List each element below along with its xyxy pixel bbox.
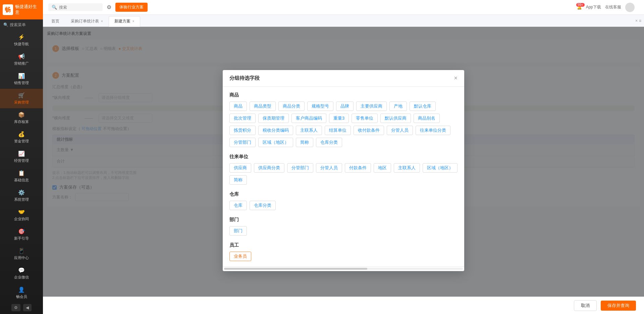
tab-close-all-btn[interactable]: × — [635, 18, 638, 23]
experience-btn[interactable]: 体验行业方案 — [115, 3, 148, 12]
sidebar-item-basics[interactable]: 📋 基础信息 — [0, 167, 43, 186]
section-department: 部门 部门 — [229, 217, 458, 236]
field-warehouse-category[interactable]: 仓库分类 — [250, 201, 276, 210]
field-weight3[interactable]: 重量3 — [329, 114, 349, 123]
field-supplier[interactable]: 供应商 — [229, 163, 251, 173]
sidebar-item-operations[interactable]: 📈 经营管理 — [0, 147, 43, 167]
field-retail-unit[interactable]: 零售单位 — [352, 114, 378, 123]
field-dept-mgmt[interactable]: 分管部门 — [229, 138, 256, 147]
field-origin[interactable]: 产地 — [389, 102, 407, 111]
save-query-button[interactable]: 保存并查询 — [601, 301, 636, 311]
field-salesperson[interactable]: 业务员 — [229, 252, 251, 261]
notification-badge[interactable]: 🔔99+ — [577, 5, 582, 10]
modal-header: 分组待选字段 × — [223, 70, 464, 87]
field-main-supplier[interactable]: 主要供应商 — [356, 102, 387, 111]
modal-close-btn[interactable]: × — [454, 75, 458, 82]
search-menu[interactable]: 🔍 搜索菜单 — [0, 19, 43, 30]
field-area[interactable]: 地区 — [374, 163, 391, 173]
online-service-link[interactable]: 在线客服 — [605, 4, 621, 10]
field-customer-code[interactable]: 客户商品编码 — [291, 114, 326, 123]
member-icon: 👤 — [18, 287, 25, 293]
field-spec-model[interactable]: 规格型号 — [307, 102, 333, 111]
sidebar-item-sales-label: 销售管理 — [14, 80, 29, 85]
user-avatar[interactable] — [625, 3, 635, 12]
sidebar-item-guide[interactable]: 🎯 新手引导 — [0, 225, 43, 244]
sidebar-nav: ⚡ 快捷导航 📢 营销推广 📊 销售管理 🛒 采购管理 📦 库存核算 💰 资金管… — [0, 30, 43, 301]
inventory-icon: 📦 — [18, 112, 25, 118]
modal-title: 分组待选字段 — [229, 75, 260, 81]
field-supervisor[interactable]: 分管人员 — [387, 126, 413, 135]
topbar-search-input[interactable] — [59, 5, 99, 10]
field-shelf-life[interactable]: 保质期管理 — [258, 114, 289, 123]
collapse-btn[interactable]: ◀ — [23, 304, 32, 311]
field-brand[interactable]: 品牌 — [336, 102, 354, 111]
field-product[interactable]: 商品 — [229, 102, 247, 111]
sidebar-item-finance[interactable]: 💰 资金管理 — [0, 128, 43, 147]
tab-new-plan[interactable]: 新建方案 × — [109, 16, 140, 27]
app-download-link[interactable]: App下载 — [586, 4, 601, 10]
field-partner-supervisor[interactable]: 分管人员 — [316, 163, 342, 173]
field-partner-region[interactable]: 区域（地区） — [423, 163, 458, 173]
field-short-name[interactable]: 简称 — [296, 138, 313, 147]
field-payment-terms[interactable]: 收付款条件 — [354, 126, 384, 135]
tab-expand-btn[interactable]: ≡ — [639, 18, 641, 23]
sidebar-item-sales[interactable]: 📊 销售管理 — [0, 69, 43, 89]
tab-purchase-stats[interactable]: 采购订单统计表 × — [65, 16, 109, 27]
sidebar-item-member-label: 畅会员 — [16, 294, 27, 299]
field-tax-code[interactable]: 税收分类编码 — [258, 126, 293, 135]
settings-bottom-btn[interactable]: ⚙ — [11, 304, 20, 311]
field-pick-points[interactable]: 拣货积分 — [229, 126, 256, 135]
topbar-search-icon: 🔍 — [52, 5, 57, 10]
tab-home[interactable]: 首页 — [46, 16, 65, 27]
topbar-right: 🔔99+ App下载 在线客服 — [577, 3, 639, 12]
tab-purchase-stats-close[interactable]: × — [101, 19, 103, 23]
guide-icon: 🎯 — [18, 228, 25, 235]
field-select-modal: 分组待选字段 × 商品 商品 商品类型 商品分类 规格型号 品牌 主要供应商 产… — [223, 70, 464, 271]
field-warehouse[interactable]: 仓库 — [229, 201, 247, 210]
sidebar-item-inventory[interactable]: 📦 库存核算 — [0, 108, 43, 128]
cancel-button[interactable]: 取消 — [574, 300, 597, 311]
field-supplier-cat[interactable]: 供应商分类 — [254, 163, 284, 173]
field-default-warehouse[interactable]: 默认仓库 — [410, 102, 436, 111]
modal-overlay: 分组待选字段 × 商品 商品 商品类型 商品分类 规格型号 品牌 主要供应商 产… — [43, 27, 644, 314]
field-batch-mgmt[interactable]: 批次管理 — [229, 114, 256, 123]
field-partner-category[interactable]: 往来单位分类 — [416, 126, 450, 135]
collab-icon: 🤝 — [18, 209, 25, 215]
field-region[interactable]: 区域（地区） — [258, 138, 293, 147]
sidebar-item-system-label: 系统管理 — [14, 197, 29, 202]
sidebar-bottom: ⚙ ◀ — [0, 301, 43, 314]
sidebar-item-member[interactable]: 👤 畅会员 — [0, 283, 43, 301]
sidebar-item-marketing[interactable]: 📢 营销推广 — [0, 50, 43, 69]
sidebar-item-collab-label: 企业协同 — [14, 216, 29, 222]
field-product-type[interactable]: 商品类型 — [250, 102, 276, 111]
topbar-search-box[interactable]: 🔍 — [48, 3, 103, 11]
field-partner-contact[interactable]: 主联系人 — [394, 163, 420, 173]
field-product-category[interactable]: 商品分类 — [278, 102, 305, 111]
sidebar-item-inventory-label: 库存核算 — [14, 119, 29, 124]
field-payment-cond[interactable]: 付款条件 — [345, 163, 371, 173]
logo-text: 畅捷通好生意 — [15, 4, 40, 15]
topbar: 🔍 ⚙ 体验行业方案 🔔99+ App下载 在线客服 — [43, 0, 644, 15]
modal-body: 商品 商品 商品类型 商品分类 规格型号 品牌 主要供应商 产地 默认仓库 批次… — [223, 87, 464, 266]
field-settlement-unit[interactable]: 结算单位 — [325, 126, 351, 135]
notification-count: 99+ — [576, 3, 585, 7]
sidebar-item-app-center[interactable]: 📱 应用中心 — [0, 244, 43, 264]
field-warehouse-cat[interactable]: 仓库分类 — [316, 138, 342, 147]
tab-new-plan-close[interactable]: × — [132, 19, 135, 23]
sidebar-item-quick-nav[interactable]: ⚡ 快捷导航 — [0, 30, 43, 50]
sidebar-item-guide-label: 新手引导 — [14, 236, 29, 241]
tab-home-label: 首页 — [51, 18, 59, 24]
sidebar-item-wechat[interactable]: 💬 企业微信 — [0, 264, 43, 283]
sidebar-item-collab[interactable]: 🤝 企业协同 — [0, 205, 43, 225]
field-partner-short[interactable]: 简称 — [229, 175, 247, 185]
field-dept[interactable]: 部门 — [229, 226, 247, 236]
modal-horizontal-scrollbar[interactable] — [223, 266, 464, 271]
field-product-alias[interactable]: 商品别名 — [414, 114, 440, 123]
field-main-contact[interactable]: 主联系人 — [296, 126, 322, 135]
sidebar-item-purchase[interactable]: 🛒 采购管理 — [0, 89, 43, 108]
field-partner-dept[interactable]: 分管部门 — [287, 163, 313, 173]
field-default-supplier[interactable]: 默认供应商 — [380, 114, 411, 123]
tabbar: 首页 采购订单统计表 × 新建方案 × × ≡ — [43, 15, 644, 27]
sidebar-item-system[interactable]: ⚙️ 系统管理 — [0, 186, 43, 205]
topbar-gear-btn[interactable]: ⚙ — [105, 3, 113, 12]
